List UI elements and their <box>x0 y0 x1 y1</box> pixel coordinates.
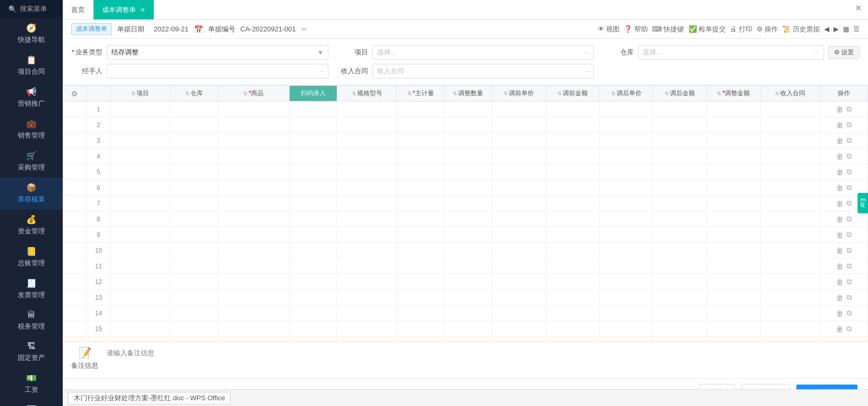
row-scan-cell[interactable] <box>289 102 337 117</box>
row-spec-cell[interactable] <box>337 180 397 196</box>
row-before-amount-cell[interactable] <box>546 164 600 180</box>
row-product-cell[interactable] <box>218 211 289 227</box>
row-product-cell[interactable] <box>218 117 289 133</box>
row-warehouse-cell[interactable] <box>170 149 218 164</box>
sidebar-item-quick-nav[interactable]: 🧭快捷导航 <box>0 18 63 50</box>
sidebar-search[interactable]: 🔍 搜索菜单 <box>0 0 63 18</box>
row-before-price-cell[interactable] <box>492 149 546 164</box>
row-warehouse-cell[interactable] <box>170 243 218 258</box>
row-warehouse-cell[interactable] <box>170 274 218 290</box>
copy-row-icon[interactable]: ⧉ <box>847 324 852 333</box>
tab-home[interactable]: 首页 <box>63 0 94 19</box>
delete-row-icon[interactable]: 🗑 <box>836 231 843 239</box>
copy-row-icon[interactable]: ⧉ <box>847 262 852 270</box>
row-scan-cell[interactable] <box>289 321 337 337</box>
row-after-amount-cell[interactable] <box>653 117 707 133</box>
row-after-price-cell[interactable] <box>599 243 653 258</box>
row-project-cell[interactable] <box>110 211 170 227</box>
col-header-scan[interactable]: 扫码录入 <box>289 86 337 102</box>
row-scan-cell[interactable] <box>289 274 337 290</box>
row-qty-cell[interactable] <box>444 274 492 290</box>
row-spec-cell[interactable] <box>337 243 397 258</box>
row-spec-cell[interactable] <box>337 149 397 164</box>
row-warehouse-cell[interactable] <box>170 117 218 133</box>
nav-next-icon[interactable]: ▶ <box>833 25 839 33</box>
row-before-amount-cell[interactable] <box>546 133 600 149</box>
row-adjust-amount-cell[interactable] <box>707 102 761 117</box>
row-after-amount-cell[interactable] <box>653 306 707 321</box>
edge-tab[interactable]: Ear <box>858 193 868 213</box>
row-before-price-cell[interactable] <box>492 290 546 306</box>
delete-row-icon[interactable]: 🗑 <box>836 309 843 318</box>
row-unit-cell[interactable] <box>397 180 444 196</box>
row-adjust-amount-cell[interactable] <box>707 117 761 133</box>
copy-row-icon[interactable]: ⧉ <box>847 105 852 114</box>
row-before-price-cell[interactable] <box>492 102 546 117</box>
row-warehouse-cell[interactable] <box>170 306 218 321</box>
sidebar-item-finance[interactable]: 💰资金管理 <box>0 209 63 241</box>
row-spec-cell[interactable] <box>337 321 397 337</box>
row-product-cell[interactable] <box>218 321 289 337</box>
row-product-cell[interactable] <box>218 227 289 243</box>
row-spec-cell[interactable] <box>337 274 397 290</box>
row-before-price-cell[interactable] <box>492 274 546 290</box>
row-adjust-amount-cell[interactable] <box>707 180 761 196</box>
row-after-price-cell[interactable] <box>599 196 653 211</box>
row-after-price-cell[interactable] <box>599 180 653 196</box>
row-income-contract-cell[interactable] <box>760 164 820 180</box>
row-before-amount-cell[interactable] <box>546 102 600 117</box>
row-qty-cell[interactable] <box>444 102 492 117</box>
row-product-cell[interactable] <box>218 102 289 117</box>
row-unit-cell[interactable] <box>397 274 444 290</box>
row-after-amount-cell[interactable] <box>653 102 707 117</box>
nav-prev-icon[interactable]: ◀ <box>824 25 829 33</box>
row-spec-cell[interactable] <box>337 227 397 243</box>
row-before-amount-cell[interactable] <box>546 180 600 196</box>
row-before-amount-cell[interactable] <box>546 149 600 164</box>
action-print[interactable]: 🖨 打印 <box>730 25 752 34</box>
row-after-price-cell[interactable] <box>599 321 653 337</box>
row-before-price-cell[interactable] <box>492 196 546 211</box>
row-adjust-amount-cell[interactable] <box>707 196 761 211</box>
delete-row-icon[interactable]: 🗑 <box>836 105 843 114</box>
row-warehouse-cell[interactable] <box>170 321 218 337</box>
sidebar-item-project-contract[interactable]: 📋项目合同 <box>0 50 63 82</box>
delete-row-icon[interactable]: 🗑 <box>836 168 843 176</box>
row-unit-cell[interactable] <box>397 306 444 321</box>
row-project-cell[interactable] <box>110 290 170 306</box>
action-help[interactable]: ❓ 帮助 <box>624 25 648 34</box>
row-income-contract-cell[interactable] <box>760 117 820 133</box>
row-after-amount-cell[interactable] <box>653 164 707 180</box>
sidebar-item-operations[interactable]: 📊经营管理 <box>0 400 63 406</box>
row-after-price-cell[interactable] <box>599 102 653 117</box>
row-after-amount-cell[interactable] <box>653 227 707 243</box>
row-income-contract-cell[interactable] <box>760 321 820 337</box>
delete-row-icon[interactable]: 🗑 <box>836 184 843 192</box>
sidebar-item-assets[interactable]: 🏗固定资产 <box>0 336 63 368</box>
row-warehouse-cell[interactable] <box>170 258 218 274</box>
row-warehouse-cell[interactable] <box>170 102 218 117</box>
action-view[interactable]: 👁 视图 <box>598 25 620 34</box>
row-scan-cell[interactable] <box>289 164 337 180</box>
row-project-cell[interactable] <box>110 180 170 196</box>
row-spec-cell[interactable] <box>337 117 397 133</box>
copy-row-icon[interactable]: ⧉ <box>847 277 852 286</box>
row-project-cell[interactable] <box>110 102 170 117</box>
row-before-amount-cell[interactable] <box>546 290 600 306</box>
copy-row-icon[interactable]: ⧉ <box>847 246 852 255</box>
copy-row-icon[interactable]: ⧉ <box>847 230 852 239</box>
row-warehouse-cell[interactable] <box>170 133 218 149</box>
sidebar-item-marketing[interactable]: 📢营销推广 <box>0 82 63 114</box>
row-adjust-amount-cell[interactable] <box>707 164 761 180</box>
row-qty-cell[interactable] <box>444 180 492 196</box>
delete-row-icon[interactable]: 🗑 <box>836 137 843 145</box>
row-qty-cell[interactable] <box>444 117 492 133</box>
edit-icon[interactable]: ✏ <box>301 25 307 33</box>
row-income-contract-cell[interactable] <box>760 211 820 227</box>
row-after-amount-cell[interactable] <box>653 258 707 274</box>
delete-row-icon[interactable]: 🗑 <box>836 152 843 161</box>
row-after-price-cell[interactable] <box>599 149 653 164</box>
row-product-cell[interactable] <box>218 180 289 196</box>
copy-row-icon[interactable]: ⧉ <box>847 120 852 129</box>
row-qty-cell[interactable] <box>444 133 492 149</box>
